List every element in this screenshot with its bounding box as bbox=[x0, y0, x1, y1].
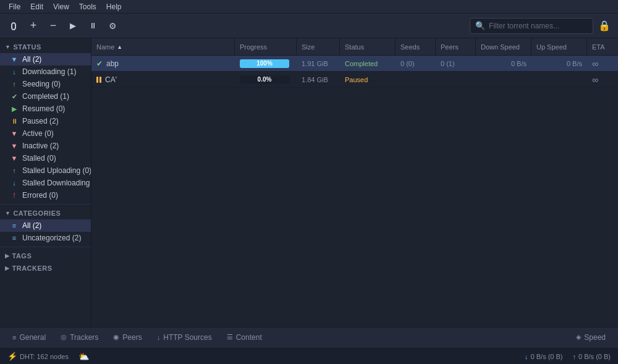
sidebar-item-cat-all[interactable]: ≡ All (2) bbox=[0, 219, 91, 232]
table-row[interactable]: ✔ abp 100% 1.91 GiB Completed 0 (0) 0 (1… bbox=[91, 56, 618, 72]
row2-name: CA' bbox=[105, 75, 117, 84]
row2-status-icon bbox=[96, 77, 101, 83]
col-name[interactable]: Name ▲ bbox=[91, 38, 235, 55]
tab-speed[interactable]: ◈ Speed bbox=[569, 328, 613, 348]
sidebar-item-all[interactable]: ▼ All (2) bbox=[0, 53, 91, 66]
sidebar-paused-label: Paused (2) bbox=[22, 117, 59, 125]
row2-status: Paused bbox=[340, 72, 396, 87]
row2-name-cell: CA' bbox=[91, 72, 235, 87]
sidebar-item-downloading[interactable]: ↓ Downloading (1) bbox=[0, 66, 91, 78]
tags-section-label: TAGS bbox=[12, 252, 32, 260]
row1-progress-cell: 100% bbox=[235, 56, 297, 71]
sidebar-item-stalled-downloading[interactable]: ↓ Stalled Downloading (0) bbox=[0, 177, 91, 189]
row1-name-cell: ✔ abp bbox=[91, 56, 235, 71]
menu-bar: File Edit View Tools Help bbox=[0, 0, 618, 14]
col-peers[interactable]: Peers bbox=[436, 38, 476, 55]
row1-down-speed: 0 B/s bbox=[476, 56, 531, 71]
content-tab-label: Content bbox=[236, 333, 262, 342]
sidebar-divider-1 bbox=[0, 204, 91, 205]
search-icon: 🔍 bbox=[475, 21, 485, 30]
tab-content[interactable]: ☰ Content bbox=[219, 328, 269, 348]
search-input[interactable] bbox=[489, 22, 588, 30]
sidebar-status-header[interactable]: ▼ STATUS bbox=[0, 41, 91, 53]
row1-status: Completed bbox=[340, 56, 396, 71]
row1-up-speed: 0 B/s bbox=[531, 56, 587, 71]
tab-general[interactable]: ≡ General bbox=[5, 328, 53, 348]
general-tab-label: General bbox=[19, 333, 46, 342]
sidebar-tags-header[interactable]: ▶ TAGS bbox=[0, 250, 91, 262]
status-bar: ⚡ DHT: 162 nodes ⛅ ↓ 0 B/s (0 B) ↑ 0 B/s… bbox=[0, 348, 618, 364]
inactive-icon: ▼ bbox=[10, 142, 19, 150]
toolbar: + − ▶ ⏸ ⚙ 🔍 🔒 bbox=[0, 14, 618, 38]
sidebar-item-stalled[interactable]: ▼ Stalled (0) bbox=[0, 152, 91, 164]
sidebar-item-completed[interactable]: ✔ Completed (1) bbox=[0, 90, 91, 103]
tab-peers[interactable]: ◉ Peers bbox=[106, 328, 149, 348]
stalled-icon: ▼ bbox=[10, 154, 19, 162]
col-status[interactable]: Status bbox=[340, 38, 396, 55]
row1-status-icon: ✔ bbox=[96, 59, 103, 68]
menu-edit[interactable]: Edit bbox=[25, 0, 48, 13]
sidebar-downloading-label: Downloading (1) bbox=[22, 67, 76, 76]
pause-button[interactable]: ⏸ bbox=[84, 17, 101, 35]
sidebar-stalled-downloading-label: Stalled Downloading (0) bbox=[22, 179, 91, 187]
sidebar-item-paused[interactable]: ⏸ Paused (2) bbox=[0, 115, 91, 127]
col-up-speed[interactable]: Up Speed bbox=[531, 38, 587, 55]
col-progress[interactable]: Progress bbox=[235, 38, 297, 55]
sidebar-item-resumed[interactable]: ▶ Resumed (0) bbox=[0, 103, 91, 115]
stalled-uploading-icon: ↑ bbox=[10, 167, 19, 174]
sidebar-divider-2 bbox=[0, 247, 91, 247]
menu-help[interactable]: Help bbox=[101, 0, 127, 13]
sidebar-trackers-header[interactable]: ▶ TRACKERS bbox=[0, 262, 91, 274]
sidebar-inactive-label: Inactive (2) bbox=[22, 142, 59, 150]
dht-status: ⚡ DHT: 162 nodes bbox=[7, 352, 69, 361]
table-row[interactable]: CA' 0.0% 1.84 GiB Paused ∞ bbox=[91, 72, 618, 88]
speed-tab-icon: ◈ bbox=[576, 333, 581, 341]
sidebar-all-label: All (2) bbox=[22, 55, 41, 64]
row1-peers: 0 (1) bbox=[436, 56, 476, 71]
remove-button[interactable]: − bbox=[44, 17, 62, 35]
settings-button[interactable]: ⚙ bbox=[104, 17, 121, 35]
sidebar-completed-label: Completed (1) bbox=[22, 92, 69, 101]
col-eta[interactable]: ETA bbox=[587, 38, 618, 55]
sidebar-categories-header[interactable]: ▼ CATEGORIES bbox=[0, 207, 91, 219]
col-size[interactable]: Size bbox=[297, 38, 340, 55]
errored-icon: ! bbox=[10, 192, 19, 199]
categories-chevron-icon: ▼ bbox=[5, 210, 11, 216]
row2-seeds bbox=[396, 72, 436, 87]
sidebar-seeding-label: Seeding (0) bbox=[22, 80, 61, 88]
row2-progress-text: 0.0% bbox=[240, 75, 289, 84]
dht-nodes: DHT: 162 nodes bbox=[20, 353, 69, 360]
add-magnet-button[interactable] bbox=[5, 17, 22, 35]
row2-peers bbox=[436, 72, 476, 87]
main-content: ▼ STATUS ▼ All (2) ↓ Downloading (1) ↑ S… bbox=[0, 38, 618, 327]
tab-trackers[interactable]: ◎ Trackers bbox=[53, 328, 106, 348]
sort-arrow-icon: ▲ bbox=[117, 44, 122, 50]
add-torrent-button[interactable]: + bbox=[25, 17, 42, 35]
table-header: Name ▲ Progress Size Status Seeds Peers … bbox=[91, 38, 618, 56]
row1-name: abp bbox=[106, 59, 119, 68]
sidebar-item-errored[interactable]: ! Errored (0) bbox=[0, 189, 91, 201]
resume-button[interactable]: ▶ bbox=[64, 17, 82, 35]
sidebar-item-active[interactable]: ▼ Active (0) bbox=[0, 127, 91, 140]
content-tab-icon: ☰ bbox=[227, 333, 233, 341]
menu-view[interactable]: View bbox=[48, 0, 74, 13]
lock-button[interactable]: 🔒 bbox=[596, 20, 613, 32]
row1-progress-bar: 100% bbox=[240, 59, 289, 68]
seeding-icon: ↑ bbox=[10, 80, 19, 88]
col-down-speed[interactable]: Down Speed bbox=[476, 38, 531, 55]
sidebar-item-inactive[interactable]: ▼ Inactive (2) bbox=[0, 140, 91, 152]
down-speed-status: ↓ 0 B/s (0 B) bbox=[525, 353, 562, 360]
sidebar-stalled-uploading-label: Stalled Uploading (0) bbox=[22, 166, 91, 175]
sidebar-item-stalled-uploading[interactable]: ↑ Stalled Uploading (0) bbox=[0, 164, 91, 177]
paused-icon: ⏸ bbox=[10, 117, 19, 125]
sidebar-item-uncategorized[interactable]: ≡ Uncategorized (2) bbox=[0, 232, 91, 244]
tab-http-sources[interactable]: ↓ HTTP Sources bbox=[150, 328, 219, 348]
col-seeds[interactable]: Seeds bbox=[396, 38, 436, 55]
row2-size: 1.84 GiB bbox=[297, 72, 340, 87]
trackers-tab-label: Trackers bbox=[70, 333, 98, 342]
dht-icon: ⚡ bbox=[7, 352, 17, 361]
svg-rect-1 bbox=[15, 25, 16, 28]
sidebar-item-seeding[interactable]: ↑ Seeding (0) bbox=[0, 78, 91, 90]
menu-file[interactable]: File bbox=[4, 0, 25, 13]
menu-tools[interactable]: Tools bbox=[74, 0, 101, 13]
